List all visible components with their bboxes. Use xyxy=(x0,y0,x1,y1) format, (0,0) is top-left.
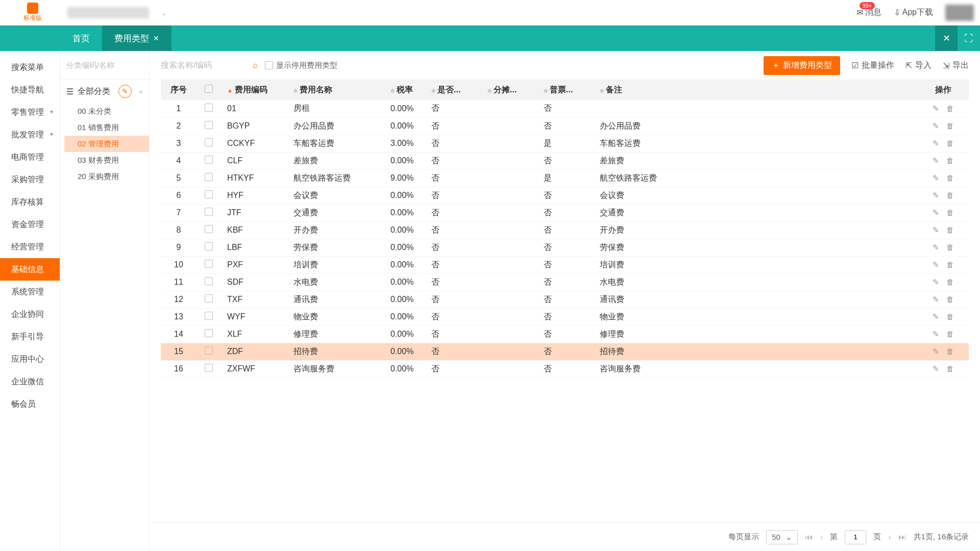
pager-prev-button[interactable]: ‹ xyxy=(820,533,823,542)
table-row[interactable]: 10PXF培训费0.00%否否培训费 ✎ 🗑 xyxy=(161,256,969,273)
edit-row-icon[interactable]: ✎ xyxy=(933,208,939,217)
sidebar-item-collab[interactable]: 企业协同 xyxy=(0,303,60,325)
edit-row-icon[interactable]: ✎ xyxy=(933,295,939,304)
page-input[interactable] xyxy=(845,530,866,544)
show-disabled-checkbox[interactable]: 显示停用费用类型 xyxy=(265,61,337,70)
delete-row-icon[interactable]: 🗑 xyxy=(946,139,954,148)
delete-row-icon[interactable]: 🗑 xyxy=(946,295,954,304)
table-row[interactable]: 4CLF差旅费0.00%否否差旅费 ✎ 🗑 xyxy=(161,152,969,169)
table-row[interactable]: 8KBF开办费0.00%否否开办费 ✎ 🗑 xyxy=(161,221,969,239)
user-avatar[interactable] xyxy=(945,5,974,21)
cell-select[interactable] xyxy=(197,273,221,291)
table-row[interactable]: 15ZDF招待费0.00%否否招待费 ✎ 🗑 xyxy=(161,343,969,360)
app-download-button[interactable]: ⇩ App下载 xyxy=(894,7,933,18)
cell-select[interactable] xyxy=(197,325,221,343)
new-expense-type-button[interactable]: ＋ 新增费用类型 xyxy=(764,56,840,75)
category-all[interactable]: ☰ 全部分类 ✎ « xyxy=(60,80,149,103)
tab-close-icon[interactable]: ✕ xyxy=(153,34,159,42)
cell-select[interactable] xyxy=(197,187,221,204)
pager-next-button[interactable]: › xyxy=(888,533,891,542)
delete-row-icon[interactable]: 🗑 xyxy=(946,208,954,217)
cell-select[interactable] xyxy=(197,221,221,239)
sidebar-item-retail-mgmt[interactable]: 零售管理 xyxy=(0,101,60,123)
cell-select[interactable] xyxy=(197,169,221,187)
sidebar-item-system[interactable]: 系统管理 xyxy=(0,281,60,303)
col-ticket[interactable]: ◆普票... xyxy=(537,80,594,100)
delete-row-icon[interactable]: 🗑 xyxy=(946,260,954,269)
col-share[interactable]: ◆分摊... xyxy=(481,80,537,100)
delete-row-icon[interactable]: 🗑 xyxy=(946,364,954,373)
edit-row-icon[interactable]: ✎ xyxy=(933,312,939,321)
col-code[interactable]: ▲费用编码 xyxy=(221,80,287,100)
table-row[interactable]: 7JTF交通费0.00%否否交通费 ✎ 🗑 xyxy=(161,204,969,221)
delete-row-icon[interactable]: 🗑 xyxy=(946,191,954,200)
table-row[interactable]: 9LBF劳保费0.00%否否劳保费 ✎ 🗑 xyxy=(161,239,969,256)
edit-row-icon[interactable]: ✎ xyxy=(933,364,939,373)
col-tax[interactable]: ◆税率 xyxy=(384,80,425,100)
cell-select[interactable] xyxy=(197,100,221,117)
edit-row-icon[interactable]: ✎ xyxy=(933,330,939,339)
edit-category-button[interactable]: ✎ xyxy=(118,85,132,98)
sidebar-item-ecommerce[interactable]: 电商管理 xyxy=(0,146,60,168)
pager-last-button[interactable]: ⏭ xyxy=(898,533,906,542)
table-row[interactable]: 12TXF通讯费0.00%否否通讯费 ✎ 🗑 xyxy=(161,291,969,308)
table-search-input[interactable] xyxy=(161,61,248,70)
delete-row-icon[interactable]: 🗑 xyxy=(946,104,954,113)
search-icon[interactable]: ⌕ xyxy=(253,60,258,70)
delete-row-icon[interactable]: 🗑 xyxy=(946,347,954,356)
sidebar-item-wechat-work[interactable]: 企业微信 xyxy=(0,370,60,393)
cell-select[interactable] xyxy=(197,343,221,360)
delete-row-icon[interactable]: 🗑 xyxy=(946,312,954,321)
table-row[interactable]: 6HYF会议费0.00%否否会议费 ✎ 🗑 xyxy=(161,187,969,204)
sidebar-item-operation[interactable]: 经营管理 xyxy=(0,236,60,258)
sidebar-item-search-menu[interactable]: 搜索菜单 xyxy=(0,56,60,79)
delete-row-icon[interactable]: 🗑 xyxy=(946,278,954,287)
import-button[interactable]: ⇱ 导入 xyxy=(905,60,932,71)
cell-select[interactable] xyxy=(197,256,221,273)
table-row[interactable]: 2BGYP办公用品费0.00%否否办公用品费 ✎ 🗑 xyxy=(161,117,969,135)
edit-row-icon[interactable]: ✎ xyxy=(933,226,939,235)
company-caret-icon[interactable]: ⌄ xyxy=(161,9,167,17)
batch-button[interactable]: ☑ 批量操作 xyxy=(851,60,894,71)
category-item[interactable]: 03 财务费用 xyxy=(64,152,149,168)
table-row[interactable]: 3CCKYF车船客运费3.00%否是车船客运费 ✎ 🗑 xyxy=(161,135,969,152)
brand-logo[interactable]: 标准版 xyxy=(6,3,59,22)
category-item[interactable]: 01 销售费用 xyxy=(64,119,149,136)
pager-first-button[interactable]: ⏮ xyxy=(805,533,813,542)
table-row[interactable]: 11SDF水电费0.00%否否水电费 ✎ 🗑 xyxy=(161,273,969,291)
category-item[interactable]: 02 管理费用 xyxy=(64,136,149,152)
sidebar-item-inventory[interactable]: 库存核算 xyxy=(0,191,60,213)
cell-select[interactable] xyxy=(197,239,221,256)
delete-row-icon[interactable]: 🗑 xyxy=(946,330,954,339)
sidebar-item-apps[interactable]: 应用中心 xyxy=(0,348,60,370)
category-item[interactable]: 20 采购费用 xyxy=(64,168,149,185)
messages-button[interactable]: 99+ ✉ 消息 xyxy=(856,7,881,18)
sidebar-item-quick-nav[interactable]: 快捷导航 xyxy=(0,79,60,101)
edit-row-icon[interactable]: ✎ xyxy=(933,191,939,200)
edit-row-icon[interactable]: ✎ xyxy=(933,121,939,131)
tab-expense-type[interactable]: 费用类型 ✕ xyxy=(102,26,172,51)
cell-select[interactable] xyxy=(197,135,221,152)
sidebar-item-wholesale[interactable]: 批发管理 xyxy=(0,123,60,146)
edit-row-icon[interactable]: ✎ xyxy=(933,139,939,148)
sidebar-item-purchase[interactable]: 采购管理 xyxy=(0,168,60,191)
fullscreen-button[interactable]: ⛶ xyxy=(958,26,980,51)
col-remark[interactable]: ◆备注 xyxy=(594,80,918,100)
cell-select[interactable] xyxy=(197,308,221,325)
collapse-panel-icon[interactable]: « xyxy=(139,87,143,95)
table-row[interactable]: 101房租0.00%否否 ✎ 🗑 xyxy=(161,100,969,117)
col-is[interactable]: ◆是否... xyxy=(425,80,481,100)
delete-row-icon[interactable]: 🗑 xyxy=(946,173,954,183)
edit-row-icon[interactable]: ✎ xyxy=(933,243,939,252)
company-selector[interactable] xyxy=(67,7,149,18)
edit-row-icon[interactable]: ✎ xyxy=(933,156,939,165)
delete-row-icon[interactable]: 🗑 xyxy=(946,121,954,131)
col-select[interactable] xyxy=(197,80,221,100)
edit-row-icon[interactable]: ✎ xyxy=(933,278,939,287)
sidebar-item-capital[interactable]: 资金管理 xyxy=(0,213,60,236)
table-row[interactable]: 14XLF修理费0.00%否否修理费 ✎ 🗑 xyxy=(161,325,969,343)
delete-row-icon[interactable]: 🗑 xyxy=(946,226,954,235)
tab-home[interactable]: 首页 xyxy=(60,26,102,51)
cell-select[interactable] xyxy=(197,291,221,308)
cell-select[interactable] xyxy=(197,360,221,378)
